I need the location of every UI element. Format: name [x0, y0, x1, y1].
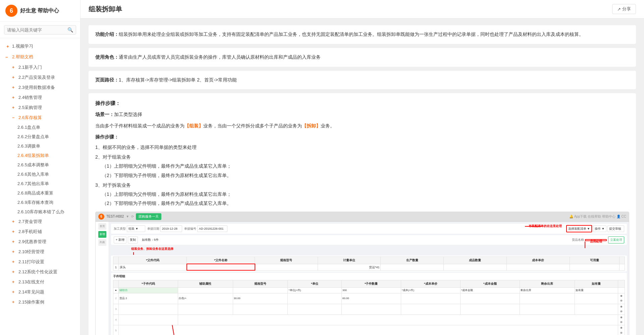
- col-cost-unit: 成本单价: [506, 257, 570, 264]
- expand-icon: +: [12, 219, 17, 224]
- expand-icon: +: [5, 44, 10, 49]
- expand-icon: +: [12, 95, 17, 100]
- expand-icon: +: [12, 280, 17, 284]
- sidebar-label: 2.10经营管理: [18, 249, 44, 255]
- sidebar-item-2.5[interactable]: + 2.5采购管理: [0, 103, 80, 113]
- sidebar-item-2.2[interactable]: + 2.2产品安装及登录: [0, 72, 80, 82]
- sidebar-item-2.6.3[interactable]: 2.6.3调拨单: [0, 142, 80, 151]
- nav-tree: + 1.视频学习 − 2.帮助文档 + 2.1新手入门 + 2.2产品安装及登录…: [0, 38, 80, 335]
- expand-icon: +: [12, 65, 17, 70]
- sidebar-item-2.11[interactable]: + 2.11打印设置: [0, 257, 80, 267]
- sidebar-label: 2.9优惠券管理: [18, 239, 46, 245]
- sidebar-item-2.13[interactable]: + 2.13在线支付: [0, 277, 80, 287]
- ops-title: 操作步骤：: [95, 99, 629, 108]
- sidebar-label: 2.3使用前数据准备: [18, 85, 55, 91]
- sidebar-item-docs[interactable]: − 2.帮助文档: [0, 52, 80, 62]
- sidebar-label: 2.15操作案例: [18, 299, 44, 305]
- sidebar-item-2.6.7[interactable]: 2.6.7其他出库单: [0, 179, 80, 188]
- sidebar-item-2.10[interactable]: + 2.10经营管理: [0, 247, 80, 257]
- path-card: 页面路径：1、库存核算->库存管理->组装拆卸单 2、首页->常用功能: [89, 71, 636, 90]
- sidebar-item-2.6[interactable]: − 2.6库存核算: [0, 113, 80, 123]
- search-box: 🔍: [4, 25, 76, 35]
- col-complete: 成品数量: [444, 257, 507, 264]
- expand-icon: +: [12, 300, 17, 304]
- ops-steps-title: 操作步骤：: [95, 133, 629, 141]
- sidebar-item-2.3[interactable]: + 2.3使用前数据准备: [0, 82, 80, 93]
- mock-annot1-box: 选择装配清单 ▼: [566, 225, 592, 232]
- mock-goods-input: [585, 239, 607, 241]
- intro-card: 功能介绍：组装拆卸单用来处理企业组装或拆卸等加工业务，支持有固定装配清单的产品加…: [89, 25, 636, 44]
- topbar: 组装拆卸单 ↗ 分享: [80, 0, 644, 18]
- sidebar-item-2.8[interactable]: + 2.8手机旺铺: [0, 227, 80, 237]
- intro-text: 组装拆卸单用来处理企业组装或拆卸等加工业务，支持有固定装配清单的产品加工业务，也…: [119, 32, 584, 37]
- sidebar-item-2.14[interactable]: + 2.14常见问题: [0, 287, 80, 297]
- sidebar-item-2.7[interactable]: + 2.7资金管理: [0, 217, 80, 227]
- sidebar-item-2.1[interactable]: + 2.1新手入门: [0, 62, 80, 72]
- expand-icon: +: [12, 249, 17, 254]
- sidebar-item-2.6.5[interactable]: 2.6.5成本调整单: [0, 160, 80, 170]
- logo-text: 好生意 帮助中心: [20, 7, 59, 14]
- role-label: 使用角色：: [95, 54, 119, 60]
- col-unit: 计量单位: [318, 257, 381, 264]
- sidebar-item-2.12[interactable]: + 2.12系统个性化设置: [0, 267, 80, 277]
- sidebar-item-2.6.6[interactable]: 2.6.6其他入库单: [0, 170, 80, 179]
- collapse-icon: −: [12, 115, 17, 120]
- sidebar-label: 2.14常见问题: [18, 289, 44, 295]
- sidebar-item-2.9[interactable]: + 2.9优惠券管理: [0, 237, 80, 247]
- sidebar-item-2.4[interactable]: + 2.4销售管理: [0, 93, 80, 103]
- main-area: 组装拆卸单 ↗ 分享 功能介绍：组装拆卸单用来处理企业组装或拆卸等加工业务，支持…: [80, 0, 644, 335]
- col-name: *父件名称: [187, 257, 255, 264]
- sidebar-label: 2.11打印设置: [18, 259, 44, 265]
- sidebar-label: 2.8手机旺铺: [18, 229, 42, 235]
- content-area: 功能介绍：组装拆卸单用来处理企业组装或拆卸等加工业务，支持有固定装配清单的产品加…: [80, 18, 644, 335]
- sidebar-item-2.6.8[interactable]: 2.6.8商品成本重算: [0, 188, 80, 198]
- scene-desc: 当由多个子件材料组装成一个成品的业务为【组装】业务，当由一个父件拆分成多个子产品…: [95, 122, 629, 130]
- step3-2: （2）下部明细为子件明细，最终作为产成品生成某它入库单。: [95, 199, 629, 208]
- sidebar-label: 2.1新手入门: [18, 64, 42, 70]
- expand-icon: +: [12, 270, 17, 274]
- sidebar-label: 2.5采购管理: [18, 105, 42, 111]
- mock-app-name: TEST-H002: [106, 214, 124, 220]
- expand-icon: +: [12, 260, 17, 264]
- expand-icon: +: [12, 239, 17, 244]
- share-label: 分享: [622, 6, 631, 12]
- sidebar-item-2.15[interactable]: + 2.15操作案例: [0, 297, 80, 307]
- col-qty: 生产数量: [381, 257, 444, 264]
- role-text: 通常由生产人员或库管人员完成拆装业务的操作，库管人员确认原材料的出库和产成品的入…: [119, 54, 321, 60]
- sidebar-item-2.6.10[interactable]: 2.6.10库存账本错了么办: [0, 207, 80, 217]
- mock-logo: 6: [98, 214, 104, 220]
- expand-icon: +: [12, 75, 17, 80]
- scene-title-rest: 加工类型选择: [114, 112, 142, 117]
- sidebar-label: 2.4销售管理: [18, 95, 42, 101]
- sidebar-item-videos[interactable]: + 1.视频学习: [0, 41, 80, 52]
- expand-icon: +: [12, 229, 17, 234]
- mock-dropdown-icon: ▼: [126, 214, 129, 220]
- sidebar-item-2.6.4[interactable]: 2.6.4组装拆卸单: [0, 151, 80, 160]
- intro-label: 功能介绍：: [95, 32, 119, 37]
- expand-icon: +: [12, 85, 17, 90]
- sidebar-label: 2.2产品安装及登录: [18, 74, 55, 80]
- sidebar-item-2.6.9[interactable]: 2.6.9库存账本查询: [0, 198, 80, 207]
- sidebar-item-2.6.1[interactable]: 2.6.1盘点单: [0, 123, 80, 132]
- sidebar-item-2.6.2[interactable]: 2.6.2分量盘点单: [0, 132, 80, 142]
- mock-refresh-icon: ⟳: [131, 214, 134, 220]
- page-title: 组装拆卸单: [89, 5, 122, 14]
- mock-annot2-label: 组装业务、拆卸业务在这里选择: [111, 246, 627, 252]
- sidebar-label: 2.6库存核算: [18, 115, 42, 121]
- search-input[interactable]: [7, 27, 67, 33]
- sidebar-item-label: 2.帮助文档: [12, 54, 33, 60]
- sidebar-label: 2.7资金管理: [18, 219, 42, 225]
- sidebar-label: 2.12系统个性化设置: [18, 269, 57, 275]
- step3-1: （1）上部明细为父件明细，最终作为原材料生成某它出库单；: [95, 190, 629, 199]
- sidebar-item-label: 1.视频学习: [12, 43, 33, 49]
- mock-menu-btn: 团购服务一天: [136, 213, 161, 220]
- mock-tab-add: + 新增: [114, 236, 126, 243]
- search-icon[interactable]: 🔍: [67, 27, 73, 33]
- share-icon: ↗: [617, 7, 621, 12]
- scene-title: 场景一：: [95, 112, 114, 117]
- col-code: *父件代码: [119, 257, 187, 264]
- mock-tab-copy: 复制: [128, 236, 138, 243]
- share-button[interactable]: ↗ 分享: [612, 4, 636, 14]
- logo-icon: 6: [5, 5, 17, 17]
- sidebar-label: 2.13在线支付: [18, 279, 44, 285]
